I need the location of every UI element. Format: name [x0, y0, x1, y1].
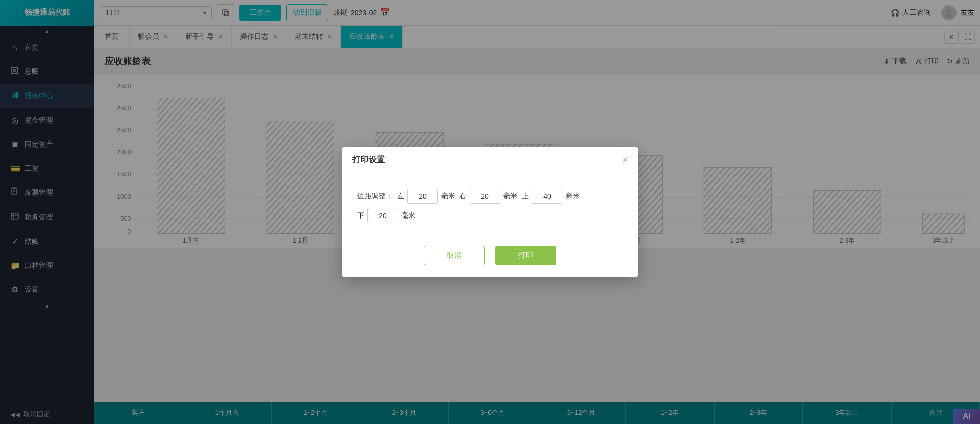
margin-row: 边距调整： 左 毫米 右 毫米 上 毫米 下: [357, 189, 623, 223]
top-unit-label: 毫米: [566, 192, 580, 201]
margin-right-group: 右 毫米: [459, 189, 518, 204]
left-direction-label: 左: [397, 192, 404, 201]
margin-top-input[interactable]: [532, 189, 562, 204]
confirm-print-button[interactable]: 打印: [495, 246, 556, 265]
print-settings-dialog: 打印设置 × 边距调整： 左 毫米 右 毫米 上 毫米: [342, 147, 638, 277]
dialog-overlay: 打印设置 × 边距调整： 左 毫米 右 毫米 上 毫米: [0, 0, 980, 424]
margin-label: 边距调整：: [357, 192, 393, 201]
margin-left-input[interactable]: [407, 189, 438, 204]
dialog-close-button[interactable]: ×: [622, 155, 628, 166]
margin-top-group: 上 毫米: [522, 189, 580, 204]
left-unit-label: 毫米: [441, 192, 455, 201]
margin-bottom-group: 下 毫米: [357, 208, 415, 223]
margin-right-input[interactable]: [470, 189, 500, 204]
cancel-button[interactable]: 取消: [424, 246, 485, 265]
right-direction-label: 右: [459, 192, 467, 201]
top-direction-label: 上: [522, 192, 529, 201]
dialog-header: 打印设置 ×: [342, 147, 638, 174]
bottom-direction-label: 下: [357, 211, 364, 220]
bottom-unit-label: 毫米: [401, 211, 415, 220]
margin-left-group: 左 毫米: [397, 189, 455, 204]
dialog-body: 边距调整： 左 毫米 右 毫米 上 毫米 下: [342, 174, 638, 238]
margin-bottom-input[interactable]: [368, 208, 398, 223]
right-unit-label: 毫米: [503, 192, 518, 201]
dialog-title: 打印设置: [352, 155, 385, 166]
dialog-footer: 取消 打印: [342, 238, 638, 277]
